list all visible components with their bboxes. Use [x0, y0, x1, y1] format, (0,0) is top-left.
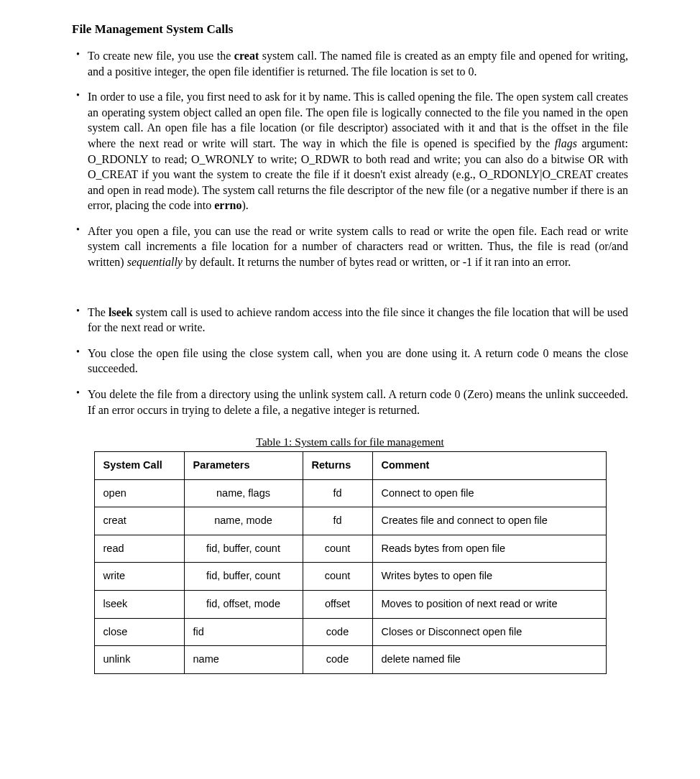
keyword-flags: flags [555, 137, 577, 149]
table-row: open name, flags fd Connect to open file [94, 479, 606, 507]
text: by default. It returns the number of byt… [183, 256, 571, 268]
bullet-unlink: You delete the file from a directory usi… [88, 387, 628, 418]
cell-params: name [184, 646, 303, 674]
cell-returns: count [303, 563, 372, 591]
cell-returns: code [303, 618, 372, 646]
table-header-row: System Call Parameters Returns Comment [94, 452, 606, 480]
table-row: read fid, buffer, count count Reads byte… [94, 535, 606, 563]
cell-params: name, flags [184, 479, 303, 507]
bullet-close: You close the open file using the close … [88, 346, 628, 377]
cell-returns: count [303, 535, 372, 563]
cell-params: fid, buffer, count [184, 563, 303, 591]
spacer [72, 280, 628, 305]
bullet-readwrite: After you open a file, you can use the r… [88, 223, 628, 270]
cell-returns: fd [303, 507, 372, 535]
cell-comment: delete named file [372, 646, 606, 674]
cell-syscall: lseek [94, 590, 184, 618]
cell-comment: Moves to position of next read or write [372, 590, 606, 618]
bullet-lseek: The lseek system call is used to achieve… [88, 305, 628, 336]
cell-comment: Connect to open file [372, 479, 606, 507]
cell-params: fid [184, 618, 303, 646]
keyword-sequentially: sequentially [127, 256, 183, 268]
cell-returns: offset [303, 590, 372, 618]
syscalls-table: System Call Parameters Returns Comment o… [94, 451, 607, 674]
table-row: close fid code Closes or Disconnect open… [94, 618, 606, 646]
cell-params: name, mode [184, 507, 303, 535]
cell-syscall: creat [94, 507, 184, 535]
cell-returns: fd [303, 479, 372, 507]
table-row: unlink name code delete named file [94, 646, 606, 674]
bullet-list-2: The lseek system call is used to achieve… [72, 305, 628, 418]
th-parameters: Parameters [184, 452, 303, 480]
text: system call is used to achieve random ac… [88, 306, 628, 334]
cell-syscall: close [94, 618, 184, 646]
cell-comment: Creates file and connect to open file [372, 507, 606, 535]
section-heading: File Management System Calls [72, 22, 628, 38]
cell-syscall: read [94, 535, 184, 563]
cell-syscall: write [94, 563, 184, 591]
cell-returns: code [303, 646, 372, 674]
text: In order to use a file, you first need t… [88, 91, 628, 149]
keyword-lseek: lseek [109, 306, 133, 318]
cell-syscall: unlink [94, 646, 184, 674]
cell-comment: Reads bytes from open file [372, 535, 606, 563]
th-returns: Returns [303, 452, 372, 480]
keyword-creat: creat [234, 50, 259, 62]
th-comment: Comment [372, 452, 606, 480]
keyword-errno: errno [214, 199, 241, 211]
cell-comment: Writes bytes to open file [372, 563, 606, 591]
text: To create new file, you use the [88, 50, 234, 62]
th-system-call: System Call [94, 452, 184, 480]
cell-syscall: open [94, 479, 184, 507]
table-caption: Table 1: System calls for file managemen… [72, 435, 628, 450]
text: ). [241, 199, 248, 211]
cell-params: fid, offset, mode [184, 590, 303, 618]
table-row: creat name, mode fd Creates file and con… [94, 507, 606, 535]
cell-params: fid, buffer, count [184, 535, 303, 563]
table-row: write fid, buffer, count count Writes by… [94, 563, 606, 591]
text: You close the open file using the close … [88, 347, 628, 375]
cell-comment: Closes or Disconnect open file [372, 618, 606, 646]
text: You delete the file from a directory usi… [88, 388, 628, 416]
text: The [88, 306, 109, 318]
bullet-list: To create new file, you use the creat sy… [72, 48, 628, 270]
bullet-creat: To create new file, you use the creat sy… [88, 48, 628, 79]
bullet-open: In order to use a file, you first need t… [88, 89, 628, 213]
table-row: lseek fid, offset, mode offset Moves to … [94, 590, 606, 618]
